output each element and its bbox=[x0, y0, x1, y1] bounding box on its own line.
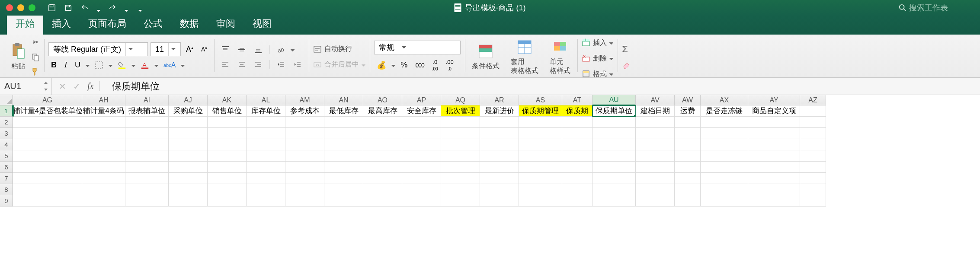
font-size-dropdown[interactable] bbox=[168, 43, 178, 56]
row-header-7[interactable]: 7 bbox=[0, 173, 13, 184]
cell-AJ7[interactable] bbox=[169, 173, 208, 184]
cell-AO5[interactable] bbox=[363, 150, 402, 162]
cut-button[interactable]: ✂︎ bbox=[31, 36, 40, 49]
row-header-5[interactable]: 5 bbox=[0, 150, 13, 162]
column-header-AM[interactable]: AM bbox=[285, 95, 324, 105]
column-header-AX[interactable]: AX bbox=[701, 95, 748, 105]
copy-button[interactable] bbox=[31, 51, 40, 64]
cell-AS7[interactable] bbox=[519, 173, 562, 184]
cell-AV1[interactable]: 建档日期 bbox=[636, 105, 675, 117]
font-color-button[interactable]: A bbox=[138, 59, 152, 71]
cell-AQ3[interactable] bbox=[441, 128, 480, 139]
cell-AR2[interactable] bbox=[480, 117, 519, 128]
cell-AN4[interactable] bbox=[324, 139, 363, 150]
column-header-AS[interactable]: AS bbox=[519, 95, 562, 105]
qat-customize-dropdown[interactable] bbox=[138, 6, 142, 10]
cell-AQ9[interactable] bbox=[441, 195, 480, 207]
cell-AT1[interactable]: 保质期 bbox=[562, 105, 592, 117]
cell-AK1[interactable]: 销售单位 bbox=[208, 105, 247, 117]
cell-AX5[interactable] bbox=[701, 150, 748, 162]
cell-AT8[interactable] bbox=[562, 184, 592, 195]
save-icon[interactable] bbox=[64, 3, 73, 12]
cell-AP1[interactable]: 安全库存 bbox=[402, 105, 441, 117]
search-input[interactable] bbox=[909, 3, 974, 13]
cell-AS8[interactable] bbox=[519, 184, 562, 195]
cell-AU2[interactable] bbox=[592, 117, 636, 128]
cell-AZ4[interactable] bbox=[800, 139, 826, 150]
cell-AN7[interactable] bbox=[324, 173, 363, 184]
cell-AH9[interactable] bbox=[82, 195, 125, 207]
cell-AZ5[interactable] bbox=[800, 150, 826, 162]
comma-button[interactable]: 000 bbox=[413, 60, 426, 70]
percent-button[interactable]: % bbox=[398, 59, 410, 71]
cell-AR9[interactable] bbox=[480, 195, 519, 207]
column-header-AY[interactable]: AY bbox=[748, 95, 800, 105]
column-header-AW[interactable]: AW bbox=[675, 95, 701, 105]
cell-AW6[interactable] bbox=[675, 162, 701, 173]
merge-center-button[interactable]: 合并后居中 bbox=[313, 58, 365, 71]
cell-AO3[interactable] bbox=[363, 128, 402, 139]
cell-AP4[interactable] bbox=[402, 139, 441, 150]
cell-AH4[interactable] bbox=[82, 139, 125, 150]
font-size-combo[interactable]: 11 bbox=[151, 42, 181, 56]
cell-AI8[interactable] bbox=[125, 184, 169, 195]
orientation-button[interactable]: ab bbox=[274, 44, 288, 56]
cell-AL6[interactable] bbox=[247, 162, 285, 173]
cell-AK7[interactable] bbox=[208, 173, 247, 184]
cell-AW5[interactable] bbox=[675, 150, 701, 162]
cell-AI1[interactable]: 报表辅单位 bbox=[125, 105, 169, 117]
cell-AK6[interactable] bbox=[208, 162, 247, 173]
borders-button[interactable] bbox=[92, 59, 106, 71]
cell-AV5[interactable] bbox=[636, 150, 675, 162]
cell-AQ6[interactable] bbox=[441, 162, 480, 173]
cell-AX1[interactable]: 是否走冻链 bbox=[701, 105, 748, 117]
row-header-4[interactable]: 4 bbox=[0, 139, 13, 150]
cell-AI7[interactable] bbox=[125, 173, 169, 184]
tab-insert[interactable]: 插入 bbox=[43, 14, 80, 35]
cell-AJ4[interactable] bbox=[169, 139, 208, 150]
cell-AV6[interactable] bbox=[636, 162, 675, 173]
cell-AK4[interactable] bbox=[208, 139, 247, 150]
cell-AS6[interactable] bbox=[519, 162, 562, 173]
cell-AS9[interactable] bbox=[519, 195, 562, 207]
delete-cells-button[interactable]: 删除 bbox=[582, 52, 613, 65]
column-header-AU[interactable]: AU bbox=[592, 95, 636, 105]
cell-AJ6[interactable] bbox=[169, 162, 208, 173]
undo-dropdown[interactable] bbox=[97, 6, 100, 10]
cell-AT5[interactable] bbox=[562, 150, 592, 162]
column-header-AL[interactable]: AL bbox=[247, 95, 285, 105]
maximize-window-button[interactable] bbox=[29, 4, 35, 11]
cell-AG5[interactable] bbox=[13, 150, 82, 162]
name-box-spinner[interactable] bbox=[43, 79, 49, 93]
cell-AZ8[interactable] bbox=[800, 184, 826, 195]
increase-font-button[interactable]: A▴ bbox=[183, 43, 196, 56]
cell-AJ5[interactable] bbox=[169, 150, 208, 162]
cell-AT9[interactable] bbox=[562, 195, 592, 207]
column-header-AP[interactable]: AP bbox=[402, 95, 441, 105]
cell-AJ2[interactable] bbox=[169, 117, 208, 128]
cell-AX6[interactable] bbox=[701, 162, 748, 173]
cell-AG6[interactable] bbox=[13, 162, 82, 173]
tab-page-layout[interactable]: 页面布局 bbox=[80, 14, 135, 35]
cell-AG3[interactable] bbox=[13, 128, 82, 139]
cell-AO4[interactable] bbox=[363, 139, 402, 150]
cell-AK3[interactable] bbox=[208, 128, 247, 139]
cell-AR8[interactable] bbox=[480, 184, 519, 195]
cell-AS1[interactable]: 保质期管理 bbox=[519, 105, 562, 117]
column-header-AR[interactable]: AR bbox=[480, 95, 519, 105]
cell-AG7[interactable] bbox=[13, 173, 82, 184]
select-all-corner[interactable] bbox=[0, 95, 13, 105]
cell-AM2[interactable] bbox=[285, 117, 324, 128]
format-as-table-button[interactable]: 套用 表格格式 bbox=[508, 38, 541, 76]
cell-AK9[interactable] bbox=[208, 195, 247, 207]
font-color-dropdown[interactable] bbox=[154, 61, 158, 69]
cell-AU7[interactable] bbox=[592, 173, 636, 184]
autosum-button[interactable]: Σ bbox=[622, 43, 631, 56]
cell-AO7[interactable] bbox=[363, 173, 402, 184]
cell-AO1[interactable]: 最高库存 bbox=[363, 105, 402, 117]
cell-AJ1[interactable]: 采购单位 bbox=[169, 105, 208, 117]
cell-AM9[interactable] bbox=[285, 195, 324, 207]
close-window-button[interactable] bbox=[6, 4, 13, 11]
cell-AL4[interactable] bbox=[247, 139, 285, 150]
align-bottom-button[interactable] bbox=[251, 44, 265, 56]
